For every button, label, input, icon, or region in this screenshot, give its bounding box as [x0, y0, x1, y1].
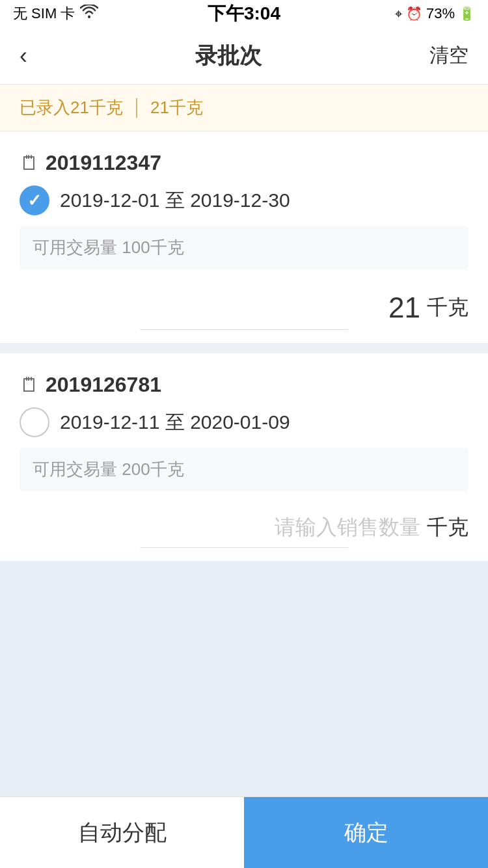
info-banner: 已录入21千克 21千克 [0, 85, 488, 131]
batch-date-2: 2019-12-11 至 2020-01-09 [60, 409, 290, 436]
batch-card-1: 🗒 2019112347 2019-12-01 至 2019-12-30 可用交… [0, 131, 488, 343]
banner-divider [136, 98, 137, 118]
batch-doc-icon-2: 🗒 [20, 374, 39, 396]
quantity-value-1: 21 [388, 292, 420, 324]
batch-header-2: 🗒 2019126781 [20, 373, 468, 397]
batch-number-1: 2019112347 [46, 151, 161, 175]
wifi-icon [80, 5, 98, 23]
radio-button-2[interactable] [20, 407, 49, 437]
clear-button[interactable]: 清空 [429, 42, 468, 69]
recorded-amount: 已录入21千克 [20, 96, 123, 119]
status-time: 下午3:04 [208, 1, 280, 26]
battery-icon: 🔋 [459, 6, 475, 21]
nav-bar: ‹ 录批次 清空 [0, 27, 488, 85]
batch-date-1: 2019-12-01 至 2019-12-30 [60, 187, 290, 214]
carrier-label: 无 SIM 卡 [13, 4, 75, 23]
batch-row-1: 2019-12-01 至 2019-12-30 [20, 185, 468, 215]
batch-item-2: 🗒 2019126781 2019-12-11 至 2020-01-09 [0, 353, 488, 437]
batch-item-1: 🗒 2019112347 2019-12-01 至 2019-12-30 [0, 131, 488, 215]
back-button[interactable]: ‹ [20, 42, 27, 70]
section-divider [0, 343, 488, 353]
batch-doc-icon-1: 🗒 [20, 152, 39, 174]
status-right: ⌖ ⏰ 73% 🔋 [395, 5, 475, 22]
svg-point-0 [88, 16, 90, 18]
total-amount: 21千克 [150, 96, 203, 119]
status-bar: 无 SIM 卡 下午3:04 ⌖ ⏰ 73% 🔋 [0, 0, 488, 27]
quantity-row-1: 21 千克 [0, 285, 488, 324]
quantity-input-placeholder: 请输入销售数量 [275, 513, 420, 542]
quantity-unit-1: 千克 [427, 293, 468, 322]
status-left: 无 SIM 卡 [13, 4, 98, 23]
batch-card-2: 🗒 2019126781 2019-12-11 至 2020-01-09 可用交… [0, 353, 488, 561]
quantity-input-unit: 千克 [427, 513, 468, 542]
batch-header-1: 🗒 2019112347 [20, 151, 468, 175]
input-row-2: 请输入销售数量 千克 [0, 507, 488, 542]
alarm-icon: ⏰ [406, 6, 422, 21]
auto-distribute-button[interactable]: 自动分配 [0, 797, 244, 868]
page-title: 录批次 [195, 41, 262, 71]
location-icon: ⌖ [395, 7, 402, 21]
confirm-button[interactable]: 确定 [244, 797, 488, 868]
available-tag-1: 可用交易量 100千克 [20, 226, 468, 269]
radio-button-1[interactable] [20, 185, 49, 215]
bottom-bar: 自动分配 确定 [0, 796, 488, 868]
batch-number-2: 2019126781 [46, 373, 161, 397]
battery-label: 73% [426, 5, 455, 22]
batch-row-2: 2019-12-11 至 2020-01-09 [20, 407, 468, 437]
available-tag-2: 可用交易量 200千克 [20, 448, 468, 491]
